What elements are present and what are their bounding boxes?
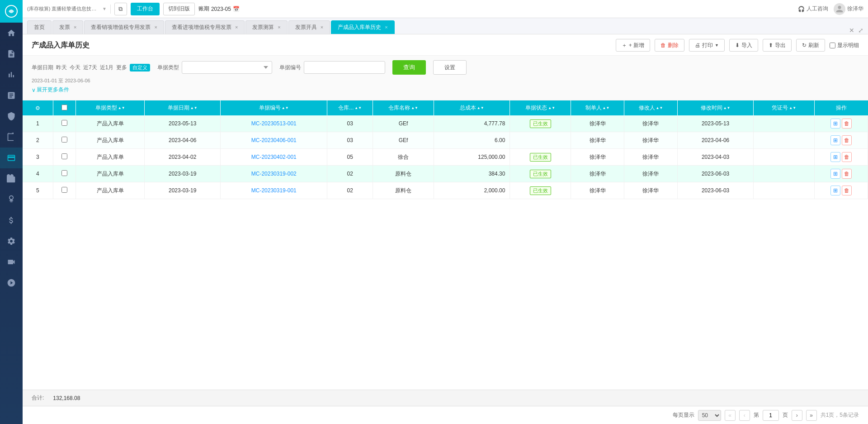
row-checkbox-1[interactable] xyxy=(61,137,67,143)
code-link-4[interactable]: MC-20230319-001 xyxy=(251,187,297,194)
row-checkbox-2[interactable] xyxy=(61,153,67,159)
th-warehouse-name[interactable]: 仓库名称 ▲▼ xyxy=(373,100,434,115)
tab-product-inbound-close[interactable]: × xyxy=(385,25,387,30)
sidebar-item-money[interactable] xyxy=(0,210,23,231)
tab-invoice-open[interactable]: 发票开具 × xyxy=(288,20,330,34)
view-btn-2[interactable]: ⊞ xyxy=(830,152,840,162)
first-page-btn[interactable]: « xyxy=(725,410,736,421)
delete-btn-0[interactable]: 🗑 xyxy=(842,119,852,129)
th-checkbox[interactable] xyxy=(53,100,76,115)
print-button[interactable]: 🖨 打印 ▼ xyxy=(689,39,725,52)
tab-sales-invoice-close[interactable]: × xyxy=(154,25,157,30)
cell-checkbox[interactable] xyxy=(53,115,76,132)
sidebar-item-stamp[interactable] xyxy=(0,189,23,210)
user-menu[interactable]: 徐泽华 xyxy=(834,3,863,15)
th-modtime[interactable]: 修改时间 ▲▼ xyxy=(677,100,753,115)
select-all-checkbox[interactable] xyxy=(61,105,67,110)
sidebar-item-version[interactable] xyxy=(0,272,23,293)
last7days-btn[interactable]: 近7天 xyxy=(83,64,97,71)
tab-invoice-open-close[interactable]: × xyxy=(321,25,323,30)
tab-invoice[interactable]: 发票 × xyxy=(52,20,83,34)
new-button[interactable]: ＋ + 新增 xyxy=(616,39,650,52)
th-warehouse-id[interactable]: 仓库... ▲▼ xyxy=(327,100,373,115)
sidebar-item-chart[interactable] xyxy=(0,64,23,85)
delete-button[interactable]: 🗑 删除 xyxy=(655,39,684,52)
sort-status[interactable]: 单据状态 ▲▼ xyxy=(525,104,555,112)
th-type[interactable]: 单据类型 ▲▼ xyxy=(76,100,145,115)
delete-btn-4[interactable]: 🗑 xyxy=(842,186,852,195)
today-btn[interactable]: 今天 xyxy=(70,64,80,71)
show-detail-checkbox[interactable] xyxy=(830,43,835,48)
custom-date-btn[interactable]: 自定义 xyxy=(130,64,150,71)
code-filter-input[interactable] xyxy=(304,61,385,74)
sidebar-item-invoice[interactable] xyxy=(0,148,23,168)
code-link-2[interactable]: MC-20230402-001 xyxy=(251,154,297,160)
import-button[interactable]: ⬇ 导入 xyxy=(729,39,758,52)
cell-checkbox[interactable] xyxy=(53,132,76,149)
help-button[interactable]: 🎧 人工咨询 xyxy=(798,5,828,13)
th-total[interactable]: 总成本 ▲▼ xyxy=(434,100,509,115)
sort-type[interactable]: 单据类型 ▲▼ xyxy=(95,104,125,112)
yesterday-btn[interactable]: 昨天 xyxy=(56,64,67,71)
tab-purchase-invoice[interactable]: 查看进项增值税专用发票 × xyxy=(165,20,245,34)
delete-btn-1[interactable]: 🗑 xyxy=(842,135,852,145)
tab-sales-invoice[interactable]: 查看销项增值税专用发票 × xyxy=(84,20,164,34)
tab-purchase-invoice-close[interactable]: × xyxy=(235,25,238,30)
tab-invoice-calc-close[interactable]: × xyxy=(278,25,280,30)
type-filter-select[interactable]: 产品入库单 xyxy=(182,61,272,74)
period-calendar-icon[interactable]: 📅 xyxy=(233,6,240,12)
sort-date[interactable]: 单据日期 ▲▼ xyxy=(168,104,198,112)
show-detail-toggle[interactable]: 显示明细 xyxy=(830,42,859,49)
tab-home[interactable]: 首页 xyxy=(27,20,52,34)
switch-version-button[interactable]: 切到旧版 xyxy=(163,3,195,15)
sidebar-item-video[interactable] xyxy=(0,252,23,272)
sort-modifier[interactable]: 修改人 ▲▼ xyxy=(639,104,663,112)
th-code[interactable]: 单据编号 ▲▼ xyxy=(221,100,327,115)
sort-creator[interactable]: 制单人 ▲▼ xyxy=(585,104,610,112)
sidebar-item-file[interactable] xyxy=(0,43,23,64)
next-page-btn[interactable]: › xyxy=(792,410,802,421)
code-link-0[interactable]: MC-20230513-001 xyxy=(251,120,297,127)
copy-icon-btn[interactable]: ⧉ xyxy=(114,3,127,15)
view-btn-4[interactable]: ⊞ xyxy=(830,186,840,195)
cell-checkbox[interactable] xyxy=(53,166,76,182)
sidebar-item-book[interactable] xyxy=(0,127,23,148)
th-date[interactable]: 单据日期 ▲▼ xyxy=(144,100,220,115)
tab-invoice-close[interactable]: × xyxy=(74,25,76,30)
workbench-button[interactable]: 工作台 xyxy=(131,3,160,15)
sort-warehouse-id[interactable]: 仓库... ▲▼ xyxy=(338,104,362,112)
view-btn-3[interactable]: ⊞ xyxy=(830,169,840,179)
sidebar-item-analytics[interactable] xyxy=(0,85,23,106)
sidebar-item-settings[interactable] xyxy=(0,231,23,252)
code-link-3[interactable]: MC-20230319-002 xyxy=(251,171,297,177)
query-button[interactable]: 查询 xyxy=(392,60,426,75)
sort-warehouse-name[interactable]: 仓库名称 ▲▼ xyxy=(388,104,418,112)
code-link-1[interactable]: MC-20230406-001 xyxy=(251,137,297,143)
page-size-select[interactable]: 50 20 100 xyxy=(698,410,721,421)
sort-code[interactable]: 单据编号 ▲▼ xyxy=(259,104,289,112)
delete-btn-3[interactable]: 🗑 xyxy=(842,169,852,179)
sidebar-item-home[interactable] xyxy=(0,23,23,43)
th-modifier[interactable]: 修改人 ▲▼ xyxy=(624,100,677,115)
last1month-btn[interactable]: 近1月 xyxy=(100,64,114,71)
view-btn-1[interactable]: ⊞ xyxy=(830,135,840,145)
th-creator[interactable]: 制单人 ▲▼ xyxy=(571,100,624,115)
sort-voucher[interactable]: 凭证号 ▲▼ xyxy=(772,104,796,112)
view-btn-0[interactable]: ⊞ xyxy=(830,119,840,129)
tab-product-inbound[interactable]: 产成品入库单历史 × xyxy=(331,20,394,34)
more-dates-btn[interactable]: 更多 xyxy=(116,64,127,71)
row-checkbox-4[interactable] xyxy=(61,187,67,193)
row-checkbox-3[interactable] xyxy=(61,170,67,176)
sidebar-item-shield[interactable] xyxy=(0,106,23,127)
sort-total[interactable]: 总成本 ▲▼ xyxy=(460,104,484,112)
th-settings[interactable]: ⚙ xyxy=(23,100,53,115)
sort-modtime[interactable]: 修改时间 ▲▼ xyxy=(701,104,731,112)
close-all-tabs-btn[interactable]: ✕ xyxy=(849,27,854,34)
cell-checkbox[interactable] xyxy=(53,149,76,166)
sidebar-item-inventory[interactable] xyxy=(0,168,23,189)
cell-checkbox[interactable] xyxy=(53,182,76,199)
maximize-tab-btn[interactable]: ⤢ xyxy=(858,27,863,34)
prev-page-btn[interactable]: ‹ xyxy=(739,410,750,421)
th-voucher[interactable]: 凭证号 ▲▼ xyxy=(754,100,815,115)
expand-filter-btn[interactable]: ∨ 展开更多条件 xyxy=(32,86,69,94)
